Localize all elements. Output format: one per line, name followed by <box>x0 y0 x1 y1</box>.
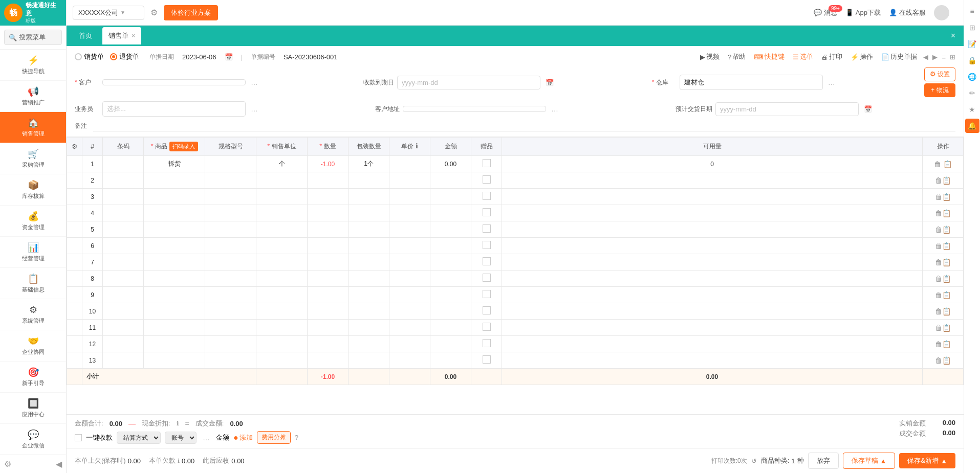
right-panel-btn-1[interactable]: ≡ <box>965 4 979 18</box>
copy-row-button[interactable]: 📋 <box>942 226 951 234</box>
delete-row-button[interactable]: 🗑 <box>935 291 942 299</box>
delete-row-button[interactable]: 🗑 <box>935 324 942 332</box>
fee-split-button[interactable]: 费用分摊 <box>257 431 291 444</box>
sidebar-collapse-button[interactable]: ◀ <box>56 459 62 469</box>
delete-row-button[interactable]: 🗑 <box>935 209 942 217</box>
customer-more-btn[interactable]: … <box>249 78 260 86</box>
online-service-button[interactable]: 👤 在线客服 <box>889 8 926 17</box>
row-gift[interactable] <box>471 156 502 172</box>
customer-input[interactable] <box>102 79 246 85</box>
row-price[interactable] <box>389 156 430 172</box>
copy-row-button[interactable]: 📋 <box>942 176 951 185</box>
video-btn[interactable]: ▶ 视频 <box>698 51 722 62</box>
right-panel-btn-4[interactable]: 🔒 <box>965 53 979 67</box>
radio-sale[interactable]: 销货单 <box>75 52 104 61</box>
payment-date-input[interactable]: yyyy-mm-dd <box>397 76 540 89</box>
search-menu-button[interactable]: 🔍 搜索菜单 <box>4 30 62 45</box>
warehouse-more-btn[interactable]: … <box>826 78 837 86</box>
gift-checkbox[interactable] <box>483 257 491 265</box>
gift-checkbox[interactable] <box>483 355 491 364</box>
sidebar-item-apps[interactable]: 🔲 应用中心 <box>0 393 66 424</box>
payment-method-select[interactable]: 结算方式 <box>117 432 161 444</box>
row-qty[interactable]: -1.00 <box>308 156 349 172</box>
right-panel-btn-3[interactable]: 📝 <box>965 37 979 51</box>
copy-row-button[interactable]: 📋 <box>942 307 951 316</box>
scan-btn[interactable]: 扫码录入 <box>169 142 198 151</box>
refresh-icon[interactable]: ↺ <box>751 457 757 465</box>
avatar[interactable] <box>934 5 949 20</box>
delete-row-button[interactable]: 🗑 <box>935 340 942 348</box>
copy-row-button[interactable]: 📋 <box>942 340 951 348</box>
company-selector[interactable]: XXXXXX公司 ▼ <box>73 6 144 20</box>
gift-checkbox[interactable] <box>483 339 491 347</box>
copy-row-button[interactable]: 📋 <box>942 258 951 266</box>
right-panel-btn-8[interactable]: 🔔 <box>965 119 979 133</box>
copy-row-button[interactable]: 📋 <box>942 324 951 332</box>
copy-row-button[interactable]: 📋 <box>942 242 951 250</box>
gift-checkbox[interactable] <box>483 175 491 184</box>
salesperson-more-btn[interactable]: … <box>249 105 260 113</box>
customer-addr-more-btn[interactable]: … <box>549 105 560 113</box>
history-btn[interactable]: 📄 历史单据 <box>879 51 919 62</box>
row-spec[interactable] <box>205 156 256 172</box>
right-panel-btn-6[interactable]: ✏ <box>965 86 979 100</box>
one-click-pay-checkbox[interactable] <box>75 434 82 441</box>
warehouse-input[interactable]: 建材仓 <box>680 75 823 90</box>
save-draft-button[interactable]: 保存草稿 ▲ <box>843 453 896 469</box>
next-icon[interactable]: ▶ <box>932 53 938 61</box>
save-new-button[interactable]: 保存&新增 ▲ <box>899 453 955 468</box>
salesperson-input[interactable]: 选择... <box>102 101 246 117</box>
shortcut-btn[interactable]: ⌨ 快捷键 <box>752 51 787 62</box>
sidebar-item-finance[interactable]: 💰 资金管理 <box>0 206 66 237</box>
trial-plan-button[interactable]: 体验行业方案 <box>164 5 218 20</box>
settings-side-btn[interactable]: ⚙ 设置 <box>924 67 955 81</box>
sidebar-item-enterprise[interactable]: 🤝 企业协同 <box>0 330 66 362</box>
sidebar-settings-button[interactable]: ⚙ <box>4 459 11 469</box>
gift-checkbox[interactable] <box>483 159 491 167</box>
tab-close-button[interactable]: × <box>132 32 135 39</box>
gift-checkbox[interactable] <box>483 208 491 216</box>
tab-close-all-button[interactable]: × <box>947 29 960 42</box>
gift-checkbox[interactable] <box>483 274 491 282</box>
payment-more-btn[interactable]: … <box>201 434 212 442</box>
expected-date-calendar-icon[interactable]: 📅 <box>864 105 872 113</box>
delete-row-button[interactable]: 🗑 <box>935 258 942 266</box>
prev-icon[interactable]: ◀ <box>923 53 928 61</box>
topbar-gear-button[interactable]: ⚙ <box>148 6 160 19</box>
discard-button[interactable]: 放弃 <box>808 453 839 469</box>
sidebar-item-sales[interactable]: 🏠 销售管理 <box>0 112 66 143</box>
delete-row-button[interactable]: 🗑 <box>935 275 942 283</box>
remark-input[interactable] <box>93 121 955 131</box>
gift-checkbox[interactable] <box>483 192 491 200</box>
gift-checkbox[interactable] <box>483 306 491 314</box>
copy-row-button[interactable]: 📋 <box>943 160 952 168</box>
sidebar-item-operations[interactable]: 📊 经营管理 <box>0 237 66 268</box>
delete-row-button[interactable]: 🗑 <box>935 307 942 316</box>
sidebar-item-guide[interactable]: 🎯 新手引导 <box>0 362 66 393</box>
delete-row-button[interactable]: 🗑 <box>935 242 942 250</box>
list-view-icon[interactable]: ≡ <box>942 53 946 61</box>
copy-row-button[interactable]: 📋 <box>942 291 951 299</box>
col-settings[interactable]: ⚙ <box>67 138 82 156</box>
sidebar-item-base-info[interactable]: 📋 基础信息 <box>0 268 66 299</box>
delete-row-button[interactable]: 🗑 <box>934 160 941 168</box>
print-btn[interactable]: 🖨 打印 <box>819 51 844 62</box>
delete-row-button[interactable]: 🗑 <box>935 226 942 234</box>
delete-row-button[interactable]: 🗑 <box>935 193 942 201</box>
calendar-icon[interactable]: 📅 <box>225 53 233 61</box>
payment-account-select[interactable]: 账号 <box>165 432 197 444</box>
sidebar-item-quick-nav[interactable]: ⚡ 快捷导航 <box>0 50 66 81</box>
sidebar-item-marketing[interactable]: 📢 营销推广 <box>0 81 66 112</box>
radio-return[interactable]: 退货单 <box>110 52 139 61</box>
right-panel-btn-5[interactable]: 🌐 <box>965 70 979 84</box>
row-barcode[interactable] <box>103 156 144 172</box>
row-product[interactable]: 拆货 <box>144 156 205 172</box>
grid-view-icon[interactable]: ⊞ <box>950 53 955 61</box>
sidebar-item-wechat[interactable]: 💬 企业微信 <box>0 424 66 455</box>
expected-date-input[interactable]: yyyy-mm-dd <box>715 102 859 116</box>
row-amount[interactable]: 0.00 <box>430 156 471 172</box>
tab-home[interactable]: 首页 <box>71 27 100 44</box>
gift-checkbox[interactable] <box>483 323 491 331</box>
help-btn[interactable]: ? 帮助 <box>726 51 748 62</box>
delete-row-button[interactable]: 🗑 <box>935 176 942 185</box>
